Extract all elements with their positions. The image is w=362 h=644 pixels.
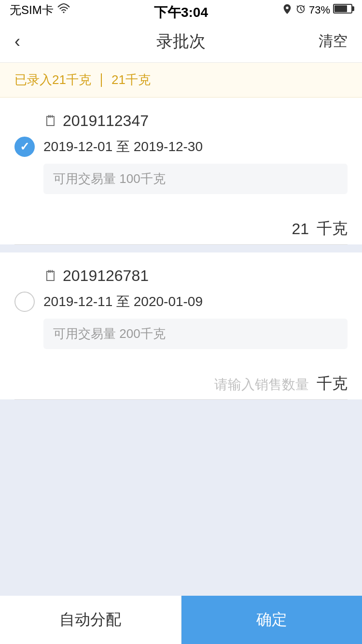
batch-date-row-1[interactable]: 2019-12-01 至 2019-12-30 — [14, 137, 348, 157]
qty-input-row-1: 千克 — [0, 209, 362, 244]
batch-doc-icon-2: 🗒 — [43, 268, 58, 284]
svg-point-0 — [63, 12, 64, 13]
batch-date-2: 2019-12-11 至 2020-01-09 — [43, 293, 203, 311]
radio-unchecked-2[interactable] — [14, 292, 35, 312]
banner-divider — [101, 73, 102, 87]
status-left: 无SIM卡 — [10, 2, 70, 18]
qty-input-2[interactable] — [212, 375, 309, 393]
batch-id-1: 2019112347 — [63, 112, 149, 130]
footer: 自动分配 确定 — [0, 596, 362, 644]
carrier-text: 无SIM卡 — [10, 2, 54, 18]
info-banner: 已录入21千克 21千克 — [0, 63, 362, 98]
radio-checked-1[interactable] — [14, 137, 35, 157]
wifi-icon — [57, 2, 70, 18]
bottom-area — [0, 400, 362, 602]
alarm-icon — [295, 3, 306, 17]
batch-date-row-2[interactable]: 2019-12-11 至 2020-01-09 — [14, 292, 348, 312]
batch-id-row-1: 🗒 2019112347 — [43, 112, 348, 130]
status-right: 73% — [282, 3, 352, 17]
nav-bar: ‹ 录批次 清空 — [0, 20, 362, 63]
clear-button[interactable]: 清空 — [319, 31, 348, 51]
back-button[interactable]: ‹ — [14, 33, 20, 50]
amount-label: 21千克 — [111, 71, 151, 88]
batch-card-2: 🗒 2019126781 2019-12-11 至 2020-01-09 可用交… — [0, 252, 362, 364]
batch-card-1: 🗒 2019112347 2019-12-01 至 2019-12-30 可用交… — [0, 98, 362, 209]
battery-icon — [333, 4, 352, 16]
confirm-button[interactable]: 确定 — [181, 596, 362, 644]
batch-qty-label-2: 可用交易量 200千克 — [53, 326, 166, 341]
battery-percent: 73% — [309, 4, 330, 16]
page-title: 录批次 — [156, 30, 206, 53]
batch-date-1: 2019-12-01 至 2019-12-30 — [43, 138, 203, 156]
batch-doc-icon-1: 🗒 — [43, 113, 58, 129]
status-bar: 无SIM卡 下午3:04 73% — [0, 0, 362, 20]
batch-id-row-2: 🗒 2019126781 — [43, 267, 348, 285]
auto-distribute-button[interactable]: 自动分配 — [0, 596, 181, 644]
qty-input-1[interactable] — [212, 220, 309, 238]
recorded-label: 已录入21千克 — [14, 71, 91, 88]
batch-qty-row-1: 可用交易量 100千克 — [43, 164, 348, 194]
batch-qty-label-1: 可用交易量 100千克 — [53, 171, 166, 186]
batch-qty-row-2: 可用交易量 200千克 — [43, 319, 348, 349]
card-divider — [0, 245, 362, 252]
batch-id-2: 2019126781 — [63, 267, 149, 285]
location-icon — [282, 3, 292, 17]
qty-input-row-2: 千克 — [0, 364, 362, 399]
status-time: 下午3:04 — [154, 3, 208, 22]
qty-unit-2: 千克 — [317, 373, 348, 394]
qty-unit-1: 千克 — [317, 218, 348, 239]
